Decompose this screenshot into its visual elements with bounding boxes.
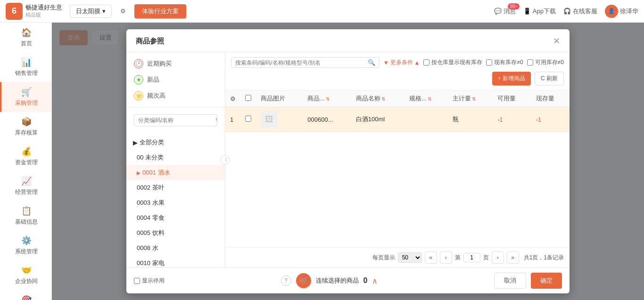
product-table-wrap: ⚙ 商品图片 商品...⇅ 商品名称⇅ 规格...⇅ 主计量⇅ 可用量 现存量 xyxy=(225,91,570,247)
cat-all[interactable]: ▶ 全部分类 xyxy=(126,135,225,150)
sidebar-item-guide[interactable]: 🎯 新手引导 xyxy=(0,290,51,300)
sidebar-item-basic-info[interactable]: 📋 基础信息 xyxy=(0,201,51,231)
home-icon: 🏠 xyxy=(21,27,32,38)
footer-right-buttons: 取消 确定 xyxy=(494,273,562,289)
row-spec xyxy=(405,107,448,132)
confirm-button[interactable]: 确定 xyxy=(531,273,562,289)
collapse-footer-btn[interactable]: ∧ xyxy=(372,276,378,285)
page-number-input[interactable] xyxy=(463,253,480,262)
cancel-button[interactable]: 取消 xyxy=(494,273,526,289)
cat-fruit-label: 0003 水果 xyxy=(137,199,165,207)
cart-button[interactable]: 🛒 xyxy=(296,273,311,288)
checkbox-current-stock[interactable]: 现有库存≠0 xyxy=(486,58,523,67)
recent-purchase-btn[interactable]: 🕐 近期购买 xyxy=(130,56,221,71)
cat-appliance[interactable]: 0010 家电 xyxy=(126,256,225,267)
message-badge: 99+ xyxy=(508,3,519,9)
refresh-button[interactable]: C 刷新 xyxy=(535,72,564,85)
cat-beverage[interactable]: 0005 饮料 xyxy=(126,225,225,241)
sidebar-item-home[interactable]: 🏠 首页 xyxy=(0,23,51,52)
add-product-button[interactable]: + 新增商品 xyxy=(492,72,531,85)
cart-icon-wrap: 🛒 xyxy=(296,273,311,288)
checkbox-warehouse-input[interactable] xyxy=(423,59,429,66)
sidebar-item-collab[interactable]: 🤝 企业协同 xyxy=(0,260,51,290)
sidebar: 🏠 首页 📊 销售管理 🛒 采购管理 📦 库存核算 💰 资金管理 📈 经营管理 … xyxy=(0,23,52,300)
sidebar-item-operations[interactable]: 📈 经营管理 xyxy=(0,171,51,201)
checkbox-current-input[interactable] xyxy=(486,59,492,66)
prev-page-btn[interactable]: ‹ xyxy=(440,251,452,264)
cat-fruit[interactable]: 0003 水果 xyxy=(126,195,225,210)
store-selector[interactable]: 日太阳膜 ▾ xyxy=(70,5,112,18)
cat-tea-label: 0002 茶叶 xyxy=(137,183,165,192)
col-name[interactable]: 商品名称⇅ xyxy=(351,91,405,107)
per-page-select[interactable]: 50 100 200 xyxy=(398,252,422,263)
modal-body: 🕐 近期购买 ★ 新品 ⭐ 频次高 xyxy=(126,52,570,267)
cat-liquor[interactable]: ▶ 0001 酒水 xyxy=(126,165,225,180)
product-image: 🖼 xyxy=(261,111,278,128)
frequent-label: 频次高 xyxy=(147,92,165,100)
sidebar-label-collab: 企业协同 xyxy=(15,277,38,285)
collapse-panel-btn[interactable]: 《 xyxy=(220,155,230,165)
help-button[interactable]: ? xyxy=(281,275,291,286)
modal-title: 商品参照 xyxy=(136,37,164,46)
frequent-btn[interactable]: ⭐ 频次高 xyxy=(130,88,221,103)
dropdown-icon: ▾ xyxy=(102,8,106,15)
next-page-btn[interactable]: › xyxy=(492,251,504,264)
sidebar-item-sales[interactable]: 📊 销售管理 xyxy=(0,52,51,82)
cat-snack[interactable]: 0004 零食 xyxy=(126,210,225,225)
col-settings[interactable]: ⚙ xyxy=(225,91,240,107)
category-search-input[interactable] xyxy=(134,115,213,126)
col-code[interactable]: 商品...⇅ xyxy=(303,91,351,107)
operations-icon: 📈 xyxy=(21,176,32,186)
product-reference-modal: 商品参照 ✕ 🕐 近期购买 ★ 新 xyxy=(126,29,570,293)
product-search-input[interactable] xyxy=(235,59,366,66)
service-label: 在线客服 xyxy=(573,7,597,16)
row-checkbox[interactable] xyxy=(240,107,256,132)
product-table: ⚙ 商品图片 商品...⇅ 商品名称⇅ 规格...⇅ 主计量⇅ 可用量 现存量 xyxy=(225,91,570,132)
finance-icon: 💰 xyxy=(21,146,32,157)
col-spec[interactable]: 规格...⇅ xyxy=(405,91,448,107)
inventory-icon: 📦 xyxy=(21,117,32,127)
category-search-icon[interactable]: 🔍 xyxy=(213,117,217,124)
page-label: 第 xyxy=(455,254,461,262)
page-label-end: 页 xyxy=(483,254,489,262)
cat-water[interactable]: 0008 水 xyxy=(126,241,225,256)
nav-right-area: 💬 消息 99+ 📱 App下载 🎧 在线客服 👤 徐泽华 xyxy=(494,5,638,18)
col-unit[interactable]: 主计量⇅ xyxy=(448,91,493,107)
user-profile[interactable]: 👤 徐泽华 xyxy=(605,5,638,18)
online-service-button[interactable]: 🎧 在线客服 xyxy=(563,7,597,16)
selected-count: 0 xyxy=(363,276,368,285)
cat-uncategorized[interactable]: 00 未分类 xyxy=(126,150,225,165)
sidebar-label-operations: 经营管理 xyxy=(15,188,38,196)
more-conditions-btn[interactable]: ▼ 更多条件 ▲ xyxy=(383,58,420,67)
cat-tea[interactable]: 0002 茶叶 xyxy=(126,180,225,195)
messages-button[interactable]: 💬 消息 99+ xyxy=(494,7,516,16)
settings-button[interactable]: ⚙ xyxy=(116,4,131,19)
sidebar-item-purchase[interactable]: 🛒 采购管理 xyxy=(0,82,51,112)
checkbox-available-input[interactable] xyxy=(527,59,533,66)
show-disabled-checkbox[interactable] xyxy=(134,278,140,284)
modal-close-button[interactable]: ✕ xyxy=(553,36,560,46)
try-industry-button[interactable]: 体验行业方案 xyxy=(134,4,186,18)
per-page-label: 每页显示 xyxy=(372,254,395,262)
last-page-btn[interactable]: » xyxy=(507,251,519,264)
new-product-label: 新品 xyxy=(147,75,159,84)
product-search-icon[interactable]: 🔍 xyxy=(368,59,375,66)
select-all-checkbox[interactable] xyxy=(245,95,251,101)
show-disabled-toggle[interactable]: 显示停用 xyxy=(134,277,165,285)
sidebar-item-finance[interactable]: 💰 资金管理 xyxy=(0,142,51,171)
new-product-btn[interactable]: ★ 新品 xyxy=(130,72,221,87)
left-panel: 🕐 近期购买 ★ 新品 ⭐ 频次高 xyxy=(126,52,225,267)
row-select-checkbox[interactable] xyxy=(245,116,251,122)
app-download-button[interactable]: 📱 App下载 xyxy=(523,7,556,16)
checkbox-available-stock[interactable]: 可用库存≠0 xyxy=(527,58,564,67)
first-page-btn[interactable]: « xyxy=(425,251,437,264)
cat-water-label: 0008 水 xyxy=(137,244,158,252)
sidebar-item-system[interactable]: ⚙️ 系统管理 xyxy=(0,231,51,260)
table-row[interactable]: 1 🖼 000600... 白酒100ml 瓶 xyxy=(225,107,570,132)
checkbox-warehouse-stock[interactable]: 按仓库显示现有库存 xyxy=(423,58,482,67)
sidebar-item-inventory[interactable]: 📦 库存核算 xyxy=(0,112,51,142)
show-disabled-label: 显示停用 xyxy=(142,277,165,285)
footer-center: ? 🛒 连续选择的商品 0 ∧ xyxy=(169,273,489,288)
filter-bar: 🔍 ▼ 更多条件 ▲ 按仓库显示现有库存 xyxy=(225,52,570,91)
pagination-bar: 每页显示 50 100 200 « ‹ 第 页 › xyxy=(225,247,570,267)
